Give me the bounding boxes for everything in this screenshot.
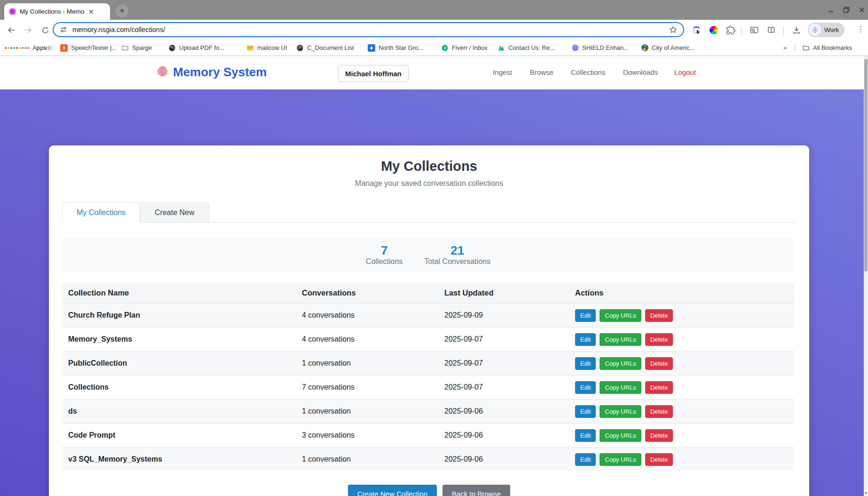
copy-urls-button[interactable]: Copy URLs (600, 429, 641, 442)
bookmarks-bar: Apps SpeechTexter |... Sparge Upload PDF… (0, 40, 868, 56)
minimize-icon[interactable] (827, 6, 835, 14)
last-updated: 2025-09-06 (438, 448, 569, 472)
scrollbar-track[interactable] (864, 56, 868, 496)
folder-icon (802, 44, 810, 52)
url-text[interactable]: memory.nsgia.com/collections/ (72, 26, 669, 33)
copy-urls-button[interactable]: Copy URLs (600, 357, 641, 370)
stat-total-conversations: 21 Total Conversations (424, 244, 490, 266)
edit-button[interactable]: Edit (575, 453, 596, 466)
last-updated: 2025-09-06 (438, 400, 569, 424)
delete-button[interactable]: Delete (645, 381, 673, 394)
bookmark-label: SHIELD Enhan... (582, 44, 629, 51)
downloads-icon[interactable] (791, 24, 802, 36)
nav-collections[interactable]: Collections (571, 68, 605, 76)
table-row: Code Prompt 3 conversations 2025-09-06 E… (62, 424, 794, 448)
edit-button[interactable]: Edit (575, 309, 596, 322)
bookmarks-overflow-chevron[interactable]: » (783, 40, 787, 56)
edit-button[interactable]: Edit (575, 405, 596, 418)
copy-urls-button[interactable]: Copy URLs (600, 405, 641, 418)
all-bookmarks[interactable]: All Bookmarks (802, 40, 852, 56)
copy-urls-button[interactable]: Copy URLs (600, 333, 641, 346)
copy-urls-button[interactable]: Copy URLs (600, 309, 641, 322)
restore-icon[interactable] (842, 6, 851, 14)
edit-button[interactable]: Edit (575, 381, 596, 394)
edit-button[interactable]: Edit (575, 429, 596, 442)
bookmark-c-document-list[interactable]: C_Document List (296, 40, 354, 56)
delete-button[interactable]: Delete (645, 405, 673, 418)
bookmark-shield[interactable]: SHIELD Enhan... (572, 40, 629, 56)
back-to-browse-button[interactable]: Back to Browse (442, 485, 510, 496)
nav-ingest[interactable]: Ingest (493, 68, 512, 76)
back-icon[interactable] (6, 24, 17, 36)
reload-icon[interactable] (39, 24, 51, 36)
color-wheel-extension-icon[interactable] (708, 24, 719, 36)
tab-title: My Collections - Memory (20, 8, 85, 15)
browser-window: My Collections - Memory ✕ + memory.nsgia… (0, 0, 868, 496)
table-row: Collections 7 conversations 2025-09-07 E… (62, 376, 794, 400)
delete-button[interactable]: Delete (645, 429, 673, 442)
site-header: Memory System Michael Hoffman Ingest Bro… (0, 56, 868, 89)
delete-button[interactable]: Delete (645, 309, 673, 322)
tab-my-collections[interactable]: My Collections (62, 202, 140, 223)
delete-button[interactable]: Delete (645, 453, 673, 466)
close-icon[interactable] (858, 6, 866, 14)
profile-chip[interactable]: Work (808, 23, 844, 37)
conversation-count: 3 conversations (296, 424, 438, 448)
last-updated: 2025-09-07 (438, 376, 569, 400)
tab-create-new[interactable]: Create New (140, 202, 209, 223)
bookmark-star-icon[interactable] (669, 25, 678, 34)
bookmark-upload-pdf[interactable]: Upload PDF fo... (168, 40, 224, 56)
extensions-puzzle-icon[interactable] (725, 24, 736, 36)
address-bar[interactable]: memory.nsgia.com/collections/ (53, 22, 684, 37)
bookmark-north-star[interactable]: North Star Gro... (368, 40, 423, 56)
table-row: ds 1 conversation 2025-09-06 EditCopy UR… (62, 400, 794, 424)
page-capture-extension-icon[interactable] (691, 24, 702, 36)
nav-browse[interactable]: Browse (530, 68, 553, 76)
stat-label: Collections (366, 257, 402, 266)
nav-logout[interactable]: Logout (674, 68, 696, 76)
bookmark-fiverr[interactable]: f Fiverr / Inbox (441, 40, 488, 56)
bookmark-city[interactable]: City of Americ... (641, 40, 694, 56)
copy-urls-button[interactable]: Copy URLs (600, 453, 641, 466)
copy-urls-button[interactable]: Copy URLs (600, 381, 641, 394)
collection-name: Church Refuge Plan (62, 304, 296, 328)
bookmark-label: Upload PDF fo... (179, 44, 224, 51)
bookmark-label: SpeechTexter |... (71, 44, 117, 51)
reading-list-icon[interactable] (765, 24, 777, 36)
bookmark-contact-us[interactable]: Contact Us: Re... (497, 40, 555, 56)
tab-close-icon[interactable]: ✕ (88, 8, 94, 16)
brand[interactable]: Memory System (156, 65, 267, 80)
conversation-count: 7 conversations (296, 376, 438, 400)
user-button[interactable]: Michael Hoffman (338, 65, 409, 82)
table-row: v3 SQL_Memory_Systems 1 conversation 202… (62, 448, 794, 472)
globe-dark-icon (168, 44, 176, 52)
conversation-count: 4 conversations (296, 328, 438, 352)
stat-label: Total Conversations (424, 257, 490, 266)
browser-tab[interactable]: My Collections - Memory ✕ (4, 3, 110, 20)
delete-button[interactable]: Delete (645, 333, 673, 346)
toolbar-separator (783, 26, 784, 34)
forward-icon[interactable] (23, 24, 34, 36)
apps-grid-icon (5, 47, 29, 49)
nav-downloads[interactable]: Downloads (623, 68, 658, 76)
scrollbar-down-arrow[interactable]: ▼ (864, 489, 868, 496)
delete-button[interactable]: Delete (645, 357, 673, 370)
menu-kebab-icon[interactable]: ⋮ (857, 24, 865, 34)
edit-button[interactable]: Edit (575, 333, 596, 346)
card-tabs: My Collections Create New (62, 202, 209, 223)
bookmark-mailcow[interactable]: mailcow UI (246, 40, 287, 56)
new-tab-button[interactable]: + (116, 5, 128, 17)
table-row: PublicCollection 1 conversation 2025-09-… (62, 352, 794, 376)
create-new-collection-button[interactable]: Create New Collection (348, 485, 437, 496)
site-favicon-icon (9, 8, 16, 15)
stat-value: 21 (424, 244, 490, 257)
bookmarks-separator (52, 44, 52, 52)
bookmark-sparge[interactable]: Sparge (121, 40, 152, 56)
edit-button[interactable]: Edit (575, 357, 596, 370)
bookmark-speechtexter[interactable]: SpeechTexter |... (60, 40, 117, 56)
col-actions: Actions (569, 282, 794, 304)
scrollbar-thumb[interactable] (864, 59, 868, 272)
tab-groups-icon[interactable] (37, 40, 51, 56)
site-settings-icon[interactable] (59, 25, 68, 34)
screenshot-search-icon[interactable] (749, 24, 760, 36)
